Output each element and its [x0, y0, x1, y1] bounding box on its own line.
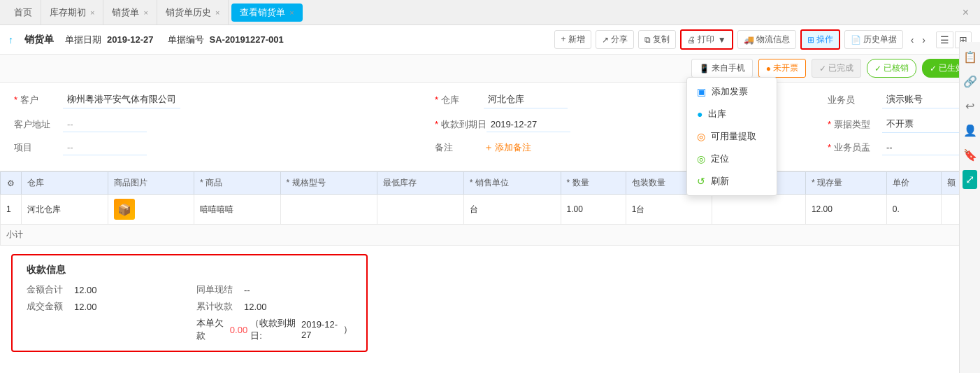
phone-icon: 📱 — [699, 64, 709, 73]
settings-col-header[interactable]: ⚙ — [1, 172, 22, 195]
sidebar-back-icon[interactable]: ↩ — [963, 97, 977, 115]
tab-sales-order[interactable]: 销货单 × — [103, 0, 157, 24]
customer-field: * 客户 柳州粤港平安气体有限公司 — [14, 91, 407, 108]
sidebar-tag-icon[interactable]: 🔖 — [960, 146, 980, 164]
logistics-button[interactable]: 🚚 物流信息 — [737, 30, 796, 49]
available-icon: ◎ — [697, 131, 705, 142]
available-qty-item[interactable]: ◎ 可用量提取 — [687, 125, 777, 148]
warehouse-col-header: 仓库 — [22, 172, 108, 195]
date-label: 单据日期 — [65, 34, 101, 46]
print-button[interactable]: 🖨 打印 ▼ — [680, 29, 733, 50]
spec-col-header: * 规格型号 — [280, 172, 377, 195]
from-phone-button[interactable]: 📱 来自手机 — [691, 59, 753, 78]
project-value[interactable]: -- — [63, 140, 147, 155]
window-close-button[interactable]: × — [957, 6, 974, 19]
row-product-img: 📦 — [108, 195, 194, 225]
row-stock: 12.00 — [805, 195, 886, 225]
owed-value: 0.00 — [230, 325, 247, 335]
locate-icon: ◎ — [697, 153, 705, 164]
sidebar-doc-icon[interactable]: 📋 — [960, 48, 980, 66]
notes-label: 备注 — [435, 141, 484, 154]
payment-title: 收款信息 — [27, 264, 352, 276]
row-num: 1 — [1, 195, 22, 225]
add-invoice-label: 添加发票 — [712, 85, 748, 98]
done-button[interactable]: ✓ 已完成 — [812, 59, 861, 78]
table-container: ⚙ 仓库 商品图片 * 商品 * 规格型号 最低库存 * 销售单位 * 数量 包… — [0, 171, 980, 246]
copy-button[interactable]: ⧉ 复制 — [638, 30, 676, 49]
copy-icon: ⧉ — [644, 35, 651, 45]
owed-hint: （收款到期日: — [250, 317, 298, 342]
new-button[interactable]: + 新增 — [554, 30, 591, 49]
sidebar-link-icon[interactable]: 🔗 — [960, 72, 980, 91]
due-date-value[interactable]: 2019-12-27 — [487, 117, 570, 132]
main-content: ↑ 销货单 单据日期 2019-12-27 单据编号 SA-20191227-0… — [0, 25, 980, 373]
deal-value: 12.00 — [74, 302, 97, 312]
product-col-header: * 商品 — [194, 172, 281, 195]
cumulative-value: 12.00 — [244, 302, 267, 312]
truck-icon: 🚚 — [744, 35, 754, 45]
address-value[interactable]: -- — [63, 117, 147, 132]
add-invoice-item[interactable]: ▣ 添加发票 — [687, 80, 777, 103]
next-arrow[interactable]: › — [918, 32, 929, 48]
project-field: 项目 -- — [14, 140, 407, 155]
list-view-button[interactable]: ☰ — [936, 31, 953, 48]
sidebar-expand-icon[interactable]: ⤢ — [963, 170, 977, 189]
doc-header: ↑ 销货单 单据日期 2019-12-27 单据编号 SA-20191227-0… — [0, 25, 980, 55]
cumulative-label: 累计收款 — [196, 300, 238, 313]
print-icon: 🖨 — [687, 35, 696, 45]
same-order-item: 同单现结 -- — [196, 283, 352, 296]
product-img-col-header: 商品图片 — [108, 172, 194, 195]
subtotal-row: 小计 — [1, 225, 980, 246]
same-order-value: -- — [244, 285, 250, 295]
due-date-label: * 收款到期日 — [435, 118, 487, 131]
payment-grid: 金额合计 12.00 同单现结 -- 成交金额 12.00 累计收款 12.00… — [27, 283, 352, 342]
close-history-tab[interactable]: × — [215, 8, 219, 17]
locate-item[interactable]: ◎ 定位 — [687, 148, 777, 170]
warehouse-value[interactable]: 河北仓库 — [484, 91, 568, 108]
staff2-value: -- — [882, 140, 966, 155]
tab-view-sales[interactable]: 查看销货单 × — [231, 3, 302, 22]
refresh-item[interactable]: ↺ 刷新 — [687, 170, 777, 192]
close-inventory-tab[interactable]: × — [90, 8, 94, 17]
share-icon: ↗ — [602, 35, 609, 45]
row-spec — [280, 195, 377, 225]
row-min-stock — [377, 195, 464, 225]
operations-button[interactable]: ⊞ 操作 — [800, 29, 840, 50]
sidebar-user-icon[interactable]: 👤 — [960, 121, 980, 140]
doc-title-group: ↑ 销货单 — [8, 34, 54, 46]
add-note-button[interactable]: ＋ 添加备注 — [484, 141, 531, 154]
form-row-1: * 客户 柳州粤港平安气体有限公司 * 仓库 河北仓库 业务员 演示账号 — [14, 91, 966, 108]
tab-home[interactable]: 首页 — [6, 0, 41, 24]
cancelled-button[interactable]: ✓ 已核销 — [867, 59, 916, 78]
ship-item[interactable]: ● 出库 — [687, 103, 777, 125]
date-value: 2019-12-27 — [107, 34, 154, 45]
staff-label: 业务员 — [828, 94, 877, 106]
address-label: 客户地址 — [14, 118, 63, 131]
total-amount-item: 金额合计 12.00 — [27, 283, 182, 296]
doc-meta: 单据日期 2019-12-27 单据编号 SA-20191227-001 — [65, 34, 284, 46]
subtotal-label: 小计 — [1, 225, 980, 246]
customer-value[interactable]: 柳州粤港平安气体有限公司 — [63, 91, 180, 108]
price-col-header: 单价 — [886, 172, 941, 195]
history-button[interactable]: 📄 历史单据 — [844, 30, 903, 49]
ticket-field: * 票据类型 不开票 — [828, 115, 966, 133]
prev-arrow[interactable]: ‹ — [907, 32, 918, 48]
qty-col-header: * 数量 — [561, 172, 626, 195]
form-area: * 客户 柳州粤港平安气体有限公司 * 仓库 河北仓库 业务员 演示账号 客户地… — [0, 83, 980, 171]
tab-sales-history[interactable]: 销货单历史 × — [157, 0, 229, 24]
share-button[interactable]: ↗ 分享 — [596, 30, 634, 49]
plus-icon: ＋ — [484, 141, 493, 154]
grid-icon: ⊞ — [807, 35, 814, 45]
tab-inventory[interactable]: 库存期初 × — [41, 0, 103, 24]
row-product: 嘻嘻嘻嘻 — [194, 195, 281, 225]
nav-arrows: ‹ › — [907, 32, 929, 48]
owed-label: 本单欠款 — [196, 317, 227, 342]
doc-toolbar2: 📱 来自手机 ● 未开票 ✓ 已完成 ✓ 已核销 ✓ 已生效 — [0, 55, 980, 83]
not-open-button[interactable]: ● 未开票 — [758, 59, 806, 78]
close-sales-tab[interactable]: × — [143, 8, 147, 17]
close-view-tab[interactable]: × — [289, 8, 294, 17]
locate-label: 定位 — [711, 153, 729, 165]
ship-icon: ● — [697, 108, 702, 120]
history-icon: 📄 — [851, 35, 861, 45]
form-row-3: 项目 -- 备注 ＋ 添加备注 * 业务员盂 -- — [14, 140, 966, 155]
